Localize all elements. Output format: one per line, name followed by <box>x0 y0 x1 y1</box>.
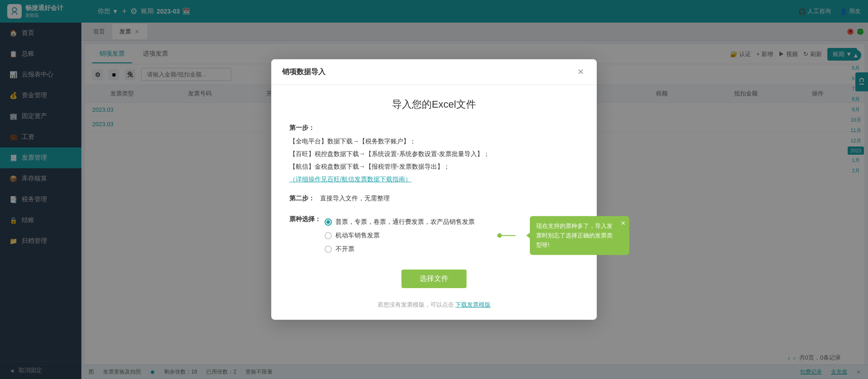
modal-close-button[interactable]: ✕ <box>575 66 586 77</box>
step1-content: 【全电平台】数据下载→【税务数字账户】； 【百旺】税控盘数据下载→【系统设置-系… <box>289 135 579 185</box>
radio-normal[interactable]: 普票，专票，卷票，通行费发票，农产品销售发票 <box>325 218 475 226</box>
step1-row: 第一步： 【全电平台】数据下载→【税务数字账户】； 【百旺】税控盘数据下载→【系… <box>289 124 579 185</box>
modal-overlay: 销项数据导入 ✕ 导入您的Excel文件 第一步： 【全电平台】数据下载→【税务… <box>0 0 868 379</box>
step2-label: 第二步： <box>289 194 315 203</box>
modal-footer: 选择文件 若您没有发票模版，可以点击 下载发票模版 <box>271 270 597 320</box>
step1-label: 第一步： <box>289 124 315 132</box>
step2-content: 直接导入文件，无需整理 <box>320 194 390 202</box>
ticket-selection: 票种选择： 普票，专票，卷票，通行费发票，农产品销售发票 机动车销售发票 <box>289 214 579 259</box>
radio-normal-dot <box>326 220 330 224</box>
step2-row: 第二步： 直接导入文件，无需整理 <box>289 194 579 205</box>
import-modal: 销项数据导入 ✕ 导入您的Excel文件 第一步： 【全电平台】数据下载→【税务… <box>271 59 597 320</box>
radio-motor[interactable]: 机动车销售发票 现在支持的票种多了，导入发票时别忘了选择正确的发票类型呀! ✕ <box>325 232 475 240</box>
download-hint: 若您没有发票模版，可以点击 下载发票模版 <box>271 301 597 309</box>
tooltip-container: 现在支持的票种多了，导入发票时别忘了选择正确的发票类型呀! ✕ <box>514 216 629 255</box>
modal-main-title: 导入您的Excel文件 <box>289 98 579 111</box>
radio-no-invoice-circle <box>325 246 332 253</box>
tooltip-bubble: 现在支持的票种多了，导入发票时别忘了选择正确的发票类型呀! ✕ <box>530 216 629 255</box>
radio-group: 普票，专票，卷票，通行费发票，农产品销售发票 机动车销售发票 <box>325 218 475 259</box>
modal-title: 销项数据导入 <box>282 67 326 77</box>
download-template-link[interactable]: 下载发票模版 <box>455 301 491 308</box>
modal-header: 销项数据导入 ✕ <box>271 59 597 85</box>
ticket-label: 票种选择： <box>289 215 321 223</box>
tooltip-close-btn[interactable]: ✕ <box>621 219 626 228</box>
radio-normal-circle <box>325 218 332 226</box>
select-file-button[interactable]: 选择文件 <box>401 270 467 288</box>
radio-motor-circle <box>325 232 332 239</box>
step1-guide-link[interactable]: （详细操作见百旺/航信发票数据下载指南） <box>289 175 411 183</box>
modal-body: 导入您的Excel文件 第一步： 【全电平台】数据下载→【税务数字账户】； 【百… <box>271 85 597 270</box>
radio-no-invoice[interactable]: 不开票 <box>325 245 475 253</box>
